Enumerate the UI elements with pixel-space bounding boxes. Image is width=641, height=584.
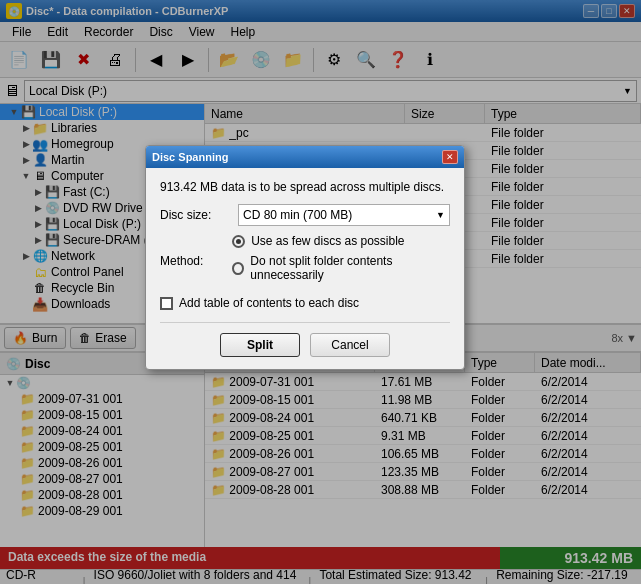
radio-no-split[interactable]: Do not split folder contents unnecessari…: [232, 254, 450, 282]
modal-close-button[interactable]: ✕: [442, 150, 458, 164]
method-row: Method: Use as few discs as possible Do …: [160, 234, 450, 288]
split-button[interactable]: Split: [220, 333, 300, 357]
radio-group: Use as few discs as possible Do not spli…: [232, 234, 450, 288]
radio-few-discs[interactable]: Use as few discs as possible: [232, 234, 450, 248]
modal-body: 913.42 MB data is to be spread across mu…: [146, 168, 464, 369]
chevron-down-icon: ▼: [436, 210, 445, 220]
modal-title-bar: Disc Spanning ✕: [146, 146, 464, 168]
radio-label: Do not split folder contents unnecessari…: [250, 254, 450, 282]
cancel-button[interactable]: Cancel: [310, 333, 390, 357]
disc-size-row: Disc size: CD 80 min (700 MB) ▼: [160, 204, 450, 226]
disc-size-select[interactable]: CD 80 min (700 MB) ▼: [238, 204, 450, 226]
method-label: Method:: [160, 254, 224, 268]
checkbox[interactable]: [160, 297, 173, 310]
modal-message: 913.42 MB data is to be spread across mu…: [160, 180, 450, 194]
app-window: 💿 Disc* - Data compilation - CDBurnerXP …: [0, 0, 641, 584]
radio-label: Use as few discs as possible: [251, 234, 404, 248]
modal-overlay: Disc Spanning ✕ 913.42 MB data is to be …: [0, 0, 641, 584]
radio-circle: [232, 262, 244, 275]
radio-circle: [232, 235, 245, 248]
checkbox-row[interactable]: Add table of contents to each disc: [160, 296, 450, 310]
disc-size-value: CD 80 min (700 MB): [243, 208, 352, 222]
checkbox-label: Add table of contents to each disc: [179, 296, 359, 310]
modal-title: Disc Spanning: [152, 151, 228, 163]
radio-dot: [236, 239, 241, 244]
modal-buttons: Split Cancel: [160, 322, 450, 357]
disc-spanning-dialog: Disc Spanning ✕ 913.42 MB data is to be …: [145, 145, 465, 370]
disc-size-label: Disc size:: [160, 208, 230, 222]
